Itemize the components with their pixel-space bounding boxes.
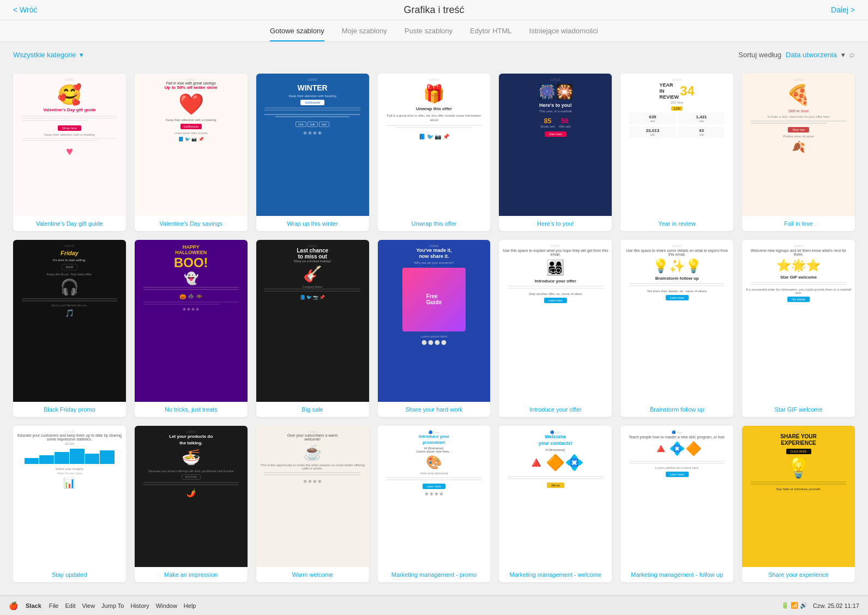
tab-puste[interactable]: Puste szablony bbox=[405, 27, 453, 41]
template-label: Year in review bbox=[620, 216, 733, 231]
template-thumbnail-mmfollowup: 🔵logo Teach people how to master a new s… bbox=[620, 426, 733, 567]
template-label: Valentine's Day savings bbox=[135, 216, 248, 231]
sort-prefix: Sortuj według bbox=[738, 51, 781, 59]
taskbar-menus: File Edit View Jump To History Window He… bbox=[49, 602, 196, 609]
sort-controls: Sortuj według Data utworzenia ▾ ⌕ bbox=[738, 50, 855, 59]
tab-html[interactable]: Edytor HTML bbox=[470, 27, 512, 41]
taskbar-icons: 🔋 📶 🔊 bbox=[781, 602, 807, 609]
template-card-hardwork[interactable]: LOGO You've made it,now share it. Why ar… bbox=[378, 240, 491, 418]
taskbar-time: Czw. 25.02 11:17 bbox=[813, 602, 859, 609]
menu-help[interactable]: Help bbox=[184, 602, 196, 609]
template-card-blackfriday[interactable]: LOGO Friday It's time to start selling. … bbox=[13, 240, 126, 418]
template-card-impression[interactable]: LOGO Let your products dothe talking. 🍜 … bbox=[135, 426, 248, 582]
apple-icon[interactable]: 🍎 bbox=[9, 601, 18, 610]
menu-history[interactable]: History bbox=[130, 602, 149, 609]
top-nav: < Wróć Grafika i treść Dalej > bbox=[0, 0, 868, 20]
template-label: Introduce your offer bbox=[499, 402, 612, 417]
template-label: Make an impression bbox=[135, 567, 248, 582]
template-label: Fall in love bbox=[742, 216, 855, 231]
template-card-mmfollowup[interactable]: 🔵logo Teach people how to master a new s… bbox=[620, 426, 733, 582]
template-card-bigsale[interactable]: LOGO Last chanceto miss out Shop on a li… bbox=[256, 240, 369, 418]
template-label: Brainstorm follow up bbox=[620, 402, 733, 417]
template-card-brainstorm[interactable]: LOGO Use this space to share some detail… bbox=[620, 240, 733, 418]
templates-grid: LOGO 🥰 Valentine's Day gift guide Shop n… bbox=[0, 67, 868, 595]
category-filter[interactable]: Wszystkie kategorie ▾ bbox=[13, 51, 83, 59]
back-button[interactable]: < Wróć bbox=[13, 5, 37, 14]
template-thumbnail-impression: LOGO Let your products dothe talking. 🍜 … bbox=[135, 426, 248, 567]
tab-istniejace[interactable]: Istniejące wiadomości bbox=[529, 27, 598, 41]
tab-gotowe[interactable]: Gotowe szablony bbox=[270, 27, 324, 41]
template-label: Share your experience bbox=[742, 567, 855, 582]
template-card-heresto[interactable]: LOGO 🎆🎇 Here's to you! This year, in a n… bbox=[499, 74, 612, 231]
template-thumbnail-hardwork: LOGO You've made it,now share it. Why ar… bbox=[378, 240, 491, 402]
template-label: Marketing management - promo bbox=[378, 567, 491, 582]
template-thumbnail-heresto: LOGO 🎆🎇 Here's to you! This year, in a n… bbox=[499, 74, 612, 216]
tabs-bar: Gotowe szablony Moje szablony Puste szab… bbox=[0, 20, 868, 42]
template-card-shareexp[interactable]: LOGO SHARE YOUREXPERIENCE CLICK HERE 💡 S… bbox=[742, 426, 855, 582]
chevron-down-icon: ▾ bbox=[80, 51, 83, 59]
taskbar-left: 🍎 Slack File Edit View Jump To History W… bbox=[9, 601, 196, 610]
template-card-valentine-gift[interactable]: LOGO 🥰 Valentine's Day gift guide Shop n… bbox=[13, 74, 126, 231]
template-thumbnail-bigsale: LOGO Last chanceto miss out Shop on a li… bbox=[256, 240, 369, 402]
template-card-unwrap[interactable]: LOGO 🎁 Unwrap this offer Fall is a great… bbox=[378, 74, 491, 231]
template-thumbnail-halloween: HAPPYHALLOWEEN BOO! 👻 🎃 🕷️ 🦇 ◉ ◉ ◉ ◉ bbox=[135, 240, 248, 402]
taskbar-app-name: Slack bbox=[26, 602, 41, 609]
template-thumbnail-stayupdated: LOGO Educate your customers and keep the… bbox=[13, 426, 126, 567]
template-thumbnail-fallinlove: LOGO 🍕 Still in love Include a nice, sho… bbox=[742, 74, 855, 216]
template-thumbnail-blackfriday: LOGO Friday It's time to start selling. … bbox=[13, 240, 126, 402]
template-card-stayupdated[interactable]: LOGO Educate your customers and keep the… bbox=[13, 426, 126, 582]
template-card-halloween[interactable]: HAPPYHALLOWEEN BOO! 👻 🎃 🕷️ 🦇 ◉ ◉ ◉ ◉ No … bbox=[135, 240, 248, 418]
template-card-mmpromo[interactable]: 🔵logo Introduce yourpromotion! Hi [first… bbox=[378, 426, 491, 582]
template-label: Valentine's Day gift guide bbox=[13, 216, 126, 231]
template-thumbnail-valentine-savings: LOGO Fall in love with great savings Up … bbox=[135, 74, 248, 216]
template-card-warmwelcome[interactable]: LOGO Give your subscribers a warmwelcome… bbox=[256, 426, 369, 582]
menu-file[interactable]: File bbox=[49, 602, 59, 609]
mac-taskbar: 🍎 Slack File Edit View Jump To History W… bbox=[0, 595, 868, 615]
template-card-mmwelcome[interactable]: 🔵logo Welcomeyour contacts! Hi [firstnam… bbox=[499, 426, 612, 582]
template-thumbnail-mmpromo: 🔵logo Introduce yourpromotion! Hi [first… bbox=[378, 426, 491, 567]
template-card-fallinlove[interactable]: LOGO 🍕 Still in love Include a nice, sho… bbox=[742, 74, 855, 231]
template-thumbnail-yearreview: LOGO YEARINREVIEW 34 202 Year 3,282 635s… bbox=[620, 74, 733, 216]
template-card-stargif[interactable]: LOGO Welcome new signups and let them kn… bbox=[742, 240, 855, 418]
taskbar-right: 🔋 📶 🔊 Czw. 25.02 11:17 bbox=[781, 602, 859, 609]
filter-bar: Wszystkie kategorie ▾ Sortuj według Data… bbox=[0, 42, 868, 67]
template-thumbnail-brainstorm: LOGO Use this space to share some detail… bbox=[620, 240, 733, 402]
chevron-down-icon-sort[interactable]: ▾ bbox=[841, 51, 845, 59]
template-thumbnail-introoffer: LOGO Use this space to explain what you … bbox=[499, 240, 612, 402]
template-label: Marketing management - follow up bbox=[620, 567, 733, 582]
template-thumbnail-shareexp: LOGO SHARE YOUREXPERIENCE CLICK HERE 💡 S… bbox=[742, 426, 855, 567]
menu-view[interactable]: View bbox=[82, 602, 95, 609]
template-thumbnail-stargif: LOGO Welcome new signups and let them kn… bbox=[742, 240, 855, 402]
template-label: Here's to you! bbox=[499, 216, 612, 231]
menu-jumpto[interactable]: Jump To bbox=[101, 602, 124, 609]
template-thumbnail-warmwelcome: LOGO Give your subscribers a warmwelcome… bbox=[256, 426, 369, 567]
template-label: Stay updated bbox=[13, 567, 126, 582]
template-thumbnail-valentine-gift: LOGO 🥰 Valentine's Day gift guide Shop n… bbox=[13, 74, 126, 216]
template-card-yearreview[interactable]: LOGO YEARINREVIEW 34 202 Year 3,282 635s… bbox=[620, 74, 733, 231]
template-label: Marketing management - welcome bbox=[499, 567, 612, 582]
template-label: Warm welcome bbox=[256, 567, 369, 582]
template-label: Star GIF welcome bbox=[742, 402, 855, 417]
sort-value[interactable]: Data utworzenia bbox=[786, 51, 837, 59]
template-card-introoffer[interactable]: LOGO Use this space to explain what you … bbox=[499, 240, 612, 418]
template-label: No tricks, just treats bbox=[135, 402, 248, 417]
template-card-winter[interactable]: LOGO WINTER Keep their attention with he… bbox=[256, 74, 369, 231]
menu-edit[interactable]: Edit bbox=[65, 602, 75, 609]
template-thumbnail-unwrap: LOGO 🎁 Unwrap this offer Fall is a great… bbox=[378, 74, 491, 216]
search-icon[interactable]: ⌕ bbox=[849, 50, 855, 59]
template-thumbnail-mmwelcome: 🔵logo Welcomeyour contacts! Hi [firstnam… bbox=[499, 426, 612, 567]
forward-button[interactable]: Dalej > bbox=[831, 5, 855, 14]
template-label: Unwrap this offer bbox=[378, 216, 491, 231]
template-label: Wrap up this winter bbox=[256, 216, 369, 231]
template-label: Share your hard work bbox=[378, 402, 491, 417]
template-thumbnail-winter: LOGO WINTER Keep their attention with he… bbox=[256, 74, 369, 216]
tab-moje[interactable]: Moje szablony bbox=[342, 27, 387, 41]
template-label: Black Friday promo bbox=[13, 402, 126, 417]
template-card-valentine-savings[interactable]: LOGO Fall in love with great savings Up … bbox=[135, 74, 248, 231]
template-label: Big sale bbox=[256, 402, 369, 417]
page-title: Grafika i treść bbox=[403, 4, 464, 16]
category-label: Wszystkie kategorie bbox=[13, 51, 76, 59]
menu-window[interactable]: Window bbox=[156, 602, 177, 609]
